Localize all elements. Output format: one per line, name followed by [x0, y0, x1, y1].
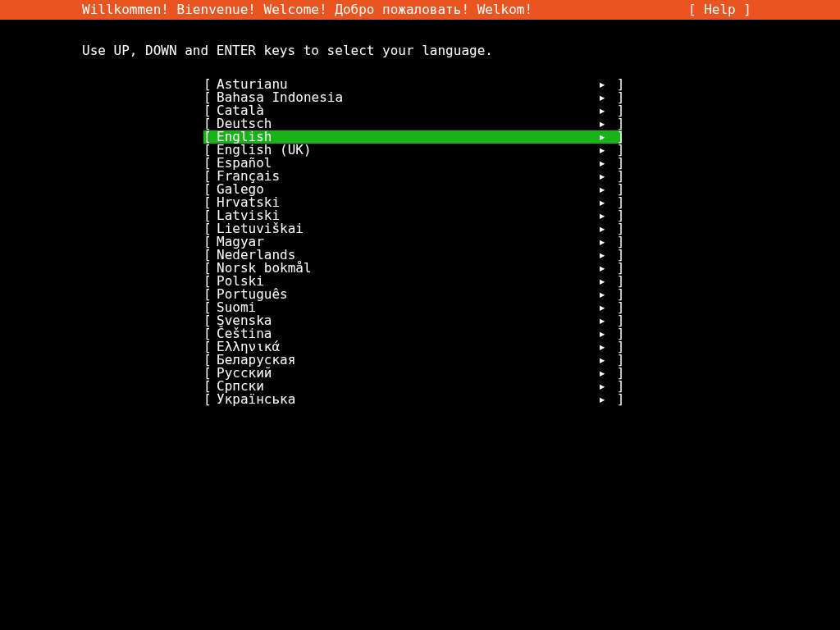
language-label: Беларуская [217, 354, 596, 367]
submenu-arrow-icon: ▸ [596, 393, 609, 406]
language-label: Bahasa Indonesia [217, 91, 596, 104]
language-label: Français [217, 170, 596, 183]
bracket-open: [ [203, 393, 217, 406]
language-label: Norsk bokmål [217, 262, 596, 275]
language-item[interactable]: [ Русский▸ ] [203, 367, 622, 380]
instruction-text: Use UP, DOWN and ENTER keys to select yo… [0, 43, 840, 58]
language-label: Português [217, 288, 596, 301]
language-label: Deutsch [217, 117, 596, 130]
language-item[interactable]: [ Norsk bokmål▸ ] [203, 262, 622, 275]
language-label: English (UK) [217, 144, 596, 157]
language-label: Русский [217, 367, 596, 380]
language-label: Lietuviškai [217, 222, 596, 235]
language-list[interactable]: [ Asturianu▸ ][ Bahasa Indonesia▸ ][ Cat… [203, 78, 622, 406]
language-label: Svenska [217, 314, 596, 327]
language-item[interactable]: [ Lietuviškai▸ ] [203, 222, 622, 235]
header-title: Willkommen! Bienvenue! Welcome! Добро по… [7, 0, 532, 20]
language-label: Suomi [217, 301, 596, 314]
header-bar: Willkommen! Bienvenue! Welcome! Добро по… [0, 0, 840, 20]
language-label: Català [217, 104, 596, 117]
language-item[interactable]: [ Українська▸ ] [203, 393, 622, 406]
language-item[interactable]: [ Français▸ ] [203, 170, 622, 183]
language-item[interactable]: [ Bahasa Indonesia▸ ] [203, 91, 622, 104]
language-item[interactable]: [ Português▸ ] [203, 288, 622, 301]
bracket-close: ] [609, 393, 622, 406]
language-label: Українська [217, 393, 596, 406]
help-button[interactable]: [ Help ] [688, 0, 833, 20]
